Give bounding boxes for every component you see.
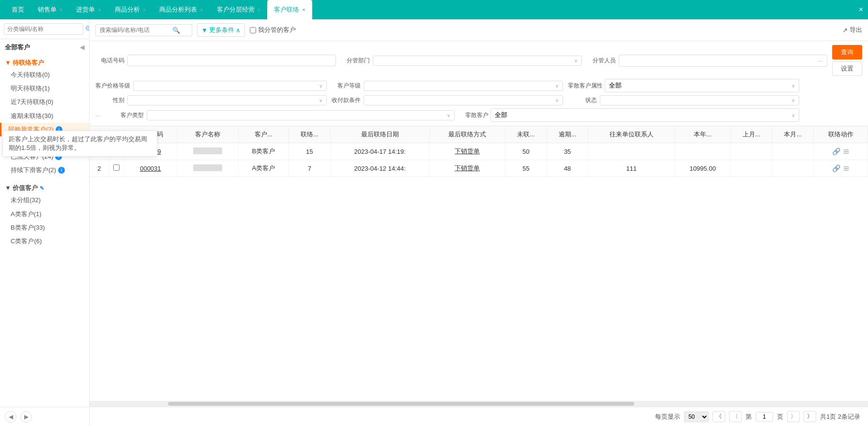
row2-link-icon[interactable]: 🔗 [832,164,840,172]
status-select[interactable]: ∨ [600,95,799,105]
sidebar-item-7days[interactable]: 近7天待联络(0) [0,95,89,109]
page-input[interactable] [756,412,773,422]
settings-button[interactable]: 设置 [832,61,862,76]
phone-input[interactable] [127,55,336,66]
sidebar-item-classA[interactable]: A类客户(1) [0,207,89,221]
cell-row1-actions: 🔗 ⊞ [814,143,868,160]
h-scroll-thumb[interactable] [168,402,634,406]
cell-row1-this-month [772,143,814,160]
th-contact-person: 往来单位联系人 [588,126,675,143]
dept-select[interactable]: ∨ [373,56,581,66]
h-scrollbar[interactable] [90,401,868,407]
sidebar-collapse-icon[interactable]: ◀ [80,44,84,51]
nav-home[interactable]: 首页 [5,0,31,19]
next-page-button[interactable]: 〉 [787,411,800,422]
th-last-month: 上月... [731,126,772,143]
sidebar-item-ungroup[interactable]: 未分组(32) [0,193,89,207]
advanced-filter: 电话号码 分管部门 ∨ 分管人员 ··· [90,41,868,126]
filter-field-status: 状态 ∨ [568,95,799,105]
filter-more-chevron: ∧ [236,27,241,34]
th-contact-count: 联络... [289,126,331,143]
filter-search-input[interactable] [100,27,172,33]
nav-customer-segment[interactable]: 客户分层经营 × [210,0,267,19]
nav-sales[interactable]: 销售单 × [31,0,69,19]
row1-action-icons: 🔗 ⊞ [817,147,865,155]
cell-row1-contact: 15 [289,143,331,160]
sidebar-item-today[interactable]: 今天待联络(0) [0,68,89,82]
filter-more-conditions[interactable]: ▼ 更多条件 ∧ [197,23,245,37]
row1-link-icon[interactable]: 🔗 [832,147,840,155]
first-page-button[interactable]: 《 [713,411,725,422]
filter-export-btn[interactable]: ↗ 导出 [842,26,862,34]
filter-bar: 🔍 ▼ 更多条件 ∧ 我分管的客户 ↗ 导出 [90,19,868,41]
nav-purchase[interactable]: 进货单 × [69,0,107,19]
pending-contact-group[interactable]: ▼ 待联络客户 [0,56,89,68]
nav-customer-contact-close[interactable]: × [302,0,305,19]
gender-select[interactable]: ∨ [127,95,327,105]
page-size-select[interactable]: 50 100 200 [684,411,709,422]
sidebar-search-area: 🔍 [0,19,89,39]
nav-product-analysis[interactable]: 商品分析 × [108,0,152,19]
filter-search-icon[interactable]: 🔍 [172,27,180,34]
person-more-icon[interactable]: ··· [818,57,823,64]
cell-row2-check [109,160,123,177]
sidebar-item-overdue[interactable]: 逾期未联络(30) [0,109,89,123]
sidebar-item-declining[interactable]: 持续下滑客户(2) i [0,163,89,177]
filter-row-4: ··· 客户类型 ∨ 零散客户 全部 ∨ [95,108,862,122]
sidebar-item-classB[interactable]: B类客户(33) [0,221,89,235]
row1-grid-icon[interactable]: ⊞ [843,147,849,155]
customer-type-select[interactable]: ∨ [147,110,455,120]
retail-customer-select[interactable]: 全部 ∨ [490,108,799,122]
pagination-bar: 每页显示 50 100 200 《 〈 第 页 〉 》 共1页 2条记录 [90,407,868,426]
export-icon: ↗ [842,27,848,34]
sidebar-search-icon[interactable]: 🔍 [85,26,90,33]
customer-level-select[interactable]: ∨ [364,81,563,91]
row2-checkbox[interactable] [113,164,120,171]
gender-chevron-icon: ∨ [319,98,322,103]
nav-product-analysis-close[interactable]: × [143,0,146,19]
filter-row-3: 性别 ∨ 收付款条件 ∨ 状态 [95,95,862,105]
payment-select[interactable]: ∨ [364,95,563,105]
person-select[interactable]: ··· [619,55,827,67]
all-customers-section: 全部客户 ◀ [0,39,89,56]
sidebar-search-input[interactable] [4,23,83,35]
price-level-select[interactable]: ∨ [133,81,327,91]
row2-grid-icon[interactable]: ⊞ [843,164,849,172]
filter-field-customer-type: 客户类型 ∨ [115,110,455,120]
query-button[interactable]: 查询 [832,45,862,59]
cell-row2-name [178,160,238,177]
sidebar-prev-btn[interactable]: ◀ [5,411,16,423]
value-client-group[interactable]: ▼ 价值客户 ✎ [0,181,89,193]
nav-product-list[interactable]: 商品分析列表 × [152,0,210,19]
declining-info-icon[interactable]: i [58,167,65,174]
my-customers-checkbox[interactable] [250,27,256,33]
cell-row2-actions: 🔗 ⊞ [814,160,868,177]
filter-my-customers[interactable]: 我分管的客户 [250,26,296,34]
cell-row1-person [588,143,675,160]
prev-page-button[interactable]: 〈 [729,411,742,422]
filter-field-retail-customer: 零散客户 全部 ∨ [459,108,799,122]
dept-chevron-icon: ∨ [574,58,578,63]
th-last-contact-method: 最后联络方式 [429,126,505,143]
cell-row1-method[interactable]: 下销货单 [429,143,505,160]
filter-field-price-level: 客户价格等级 ∨ [95,81,327,91]
content-area: 🔍 ▼ 更多条件 ∧ 我分管的客户 ↗ 导出 电话号码 [90,19,868,426]
nav-customer-segment-close[interactable]: × [258,0,260,19]
cell-row2-method[interactable]: 下销货单 [429,160,505,177]
window-close-button[interactable]: × [859,5,863,14]
sidebar-next-btn[interactable]: ▶ [20,411,32,423]
nav-customer-contact[interactable]: 客户联络 × [267,0,312,19]
nav-purchase-close[interactable]: × [98,0,101,19]
cell-row1-name [178,143,238,160]
sidebar-item-tomorrow[interactable]: 明天待联络(1) [0,82,89,95]
sidebar-item-classC[interactable]: C类客户(6) [0,235,89,248]
nav-sales-close[interactable]: × [60,0,62,19]
cell-row2-code[interactable]: 000031 [123,160,178,177]
price-level-chevron-icon: ∨ [319,83,322,88]
nav-product-list-close[interactable]: × [200,0,203,19]
last-page-button[interactable]: 》 [804,411,816,422]
table-header-row: ⚙ 客户编码 客户名称 客户... [90,126,868,143]
filter-dots-label[interactable]: ··· [95,112,110,119]
value-client-edit-icon[interactable]: ✎ [40,185,44,191]
retail-attr-select[interactable]: 全部 ∨ [605,79,799,92]
